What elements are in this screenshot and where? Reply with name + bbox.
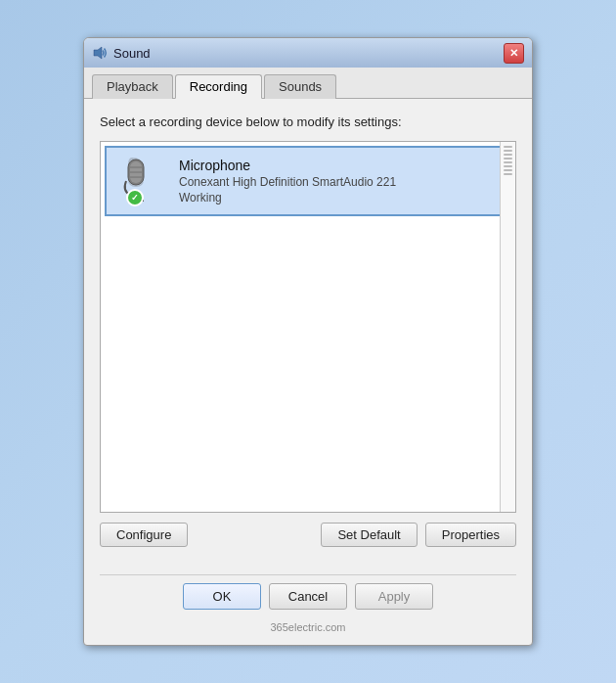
device-status: Working	[179, 191, 500, 205]
status-indicator	[126, 189, 144, 206]
scroll-line	[504, 169, 512, 171]
speaker-icon	[92, 45, 108, 61]
apply-button[interactable]: Apply	[355, 583, 433, 610]
title-bar-left: Sound	[92, 45, 151, 61]
scroll-line	[504, 158, 512, 159]
tab-recording[interactable]: Recording	[175, 74, 262, 99]
device-description: Conexant High Definition SmartAudio 221	[179, 175, 500, 189]
configure-button[interactable]: Configure	[100, 523, 188, 547]
instruction-text: Select a recording device below to modif…	[100, 114, 516, 129]
cancel-button[interactable]: Cancel	[269, 583, 347, 610]
device-action-buttons: Configure Set Default Properties	[100, 523, 516, 547]
device-icon-container	[116, 156, 167, 206]
action-row: OK Cancel Apply	[100, 574, 516, 617]
device-name: Microphone	[179, 158, 500, 173]
scroll-line	[504, 150, 512, 152]
footer: OK Cancel Apply 365electric.com	[84, 574, 532, 645]
close-button[interactable]: ✕	[504, 43, 524, 64]
list-item[interactable]: Microphone Conexant High Definition Smar…	[105, 146, 511, 216]
tab-playback[interactable]: Playback	[92, 74, 173, 99]
scroll-line	[504, 146, 512, 148]
device-info: Microphone Conexant High Definition Smar…	[179, 158, 500, 205]
scroll-line	[504, 154, 512, 156]
window-title: Sound	[113, 46, 151, 61]
tab-content: Select a recording device below to modif…	[84, 99, 532, 563]
tab-bar: Playback Recording Sounds	[84, 68, 532, 99]
properties-button[interactable]: Properties	[425, 523, 516, 547]
device-list[interactable]: Microphone Conexant High Definition Smar…	[100, 141, 516, 513]
watermark: 365electric.com	[100, 621, 516, 633]
sound-dialog: Sound ✕ Playback Recording Sounds Select…	[83, 37, 533, 646]
scroll-line	[504, 173, 512, 175]
svg-marker-0	[94, 47, 102, 59]
ok-button[interactable]: OK	[183, 583, 261, 610]
scroll-indicator	[500, 142, 515, 512]
title-bar: Sound ✕	[84, 38, 532, 68]
scroll-line	[504, 161, 512, 163]
scroll-line	[504, 165, 512, 167]
set-default-button[interactable]: Set Default	[321, 523, 417, 547]
tab-sounds[interactable]: Sounds	[264, 74, 336, 99]
